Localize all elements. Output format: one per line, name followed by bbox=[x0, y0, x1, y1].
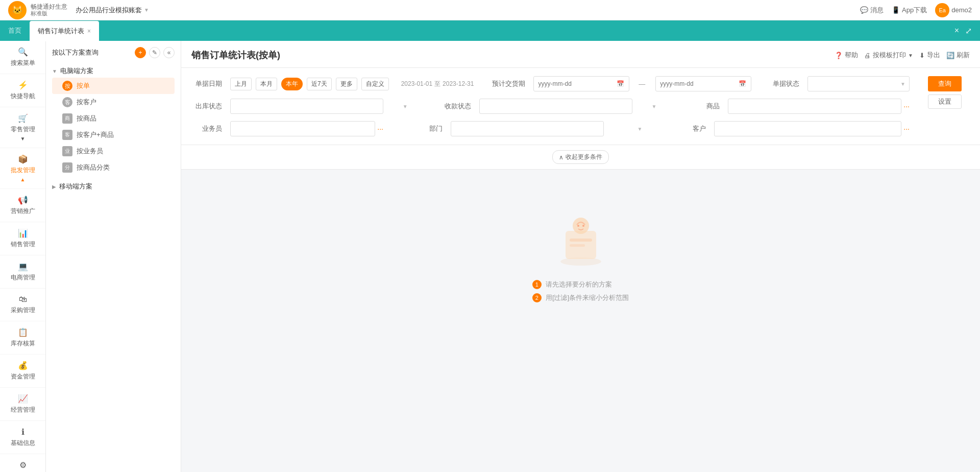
sidebar-item-ecommerce[interactable]: 💻 电商管理 bbox=[0, 255, 45, 289]
maximize-button[interactable]: ⤢ bbox=[965, 26, 972, 36]
page-selector[interactable]: 办公用品行业模拟账套 ▼ bbox=[71, 6, 153, 15]
sidebar-item-purchase[interactable]: 🛍 采购管理 bbox=[0, 289, 45, 321]
sidebar-item-finance[interactable]: 💰 资金管理 bbox=[0, 355, 45, 388]
sidebar-item-retail[interactable]: 🛒 零售管理 ▼ bbox=[0, 107, 45, 148]
scheme-section-mobile: ▶ 移动端方案 bbox=[52, 180, 175, 193]
content-area: 按以下方案查询 + ✎ « ▼ 电脑端方案 按 按单 客 按客 bbox=[46, 41, 980, 472]
chevron-right-icon: ▶ bbox=[52, 184, 56, 190]
sidebar-item-quicknav[interactable]: ⚡ 快捷导航 bbox=[0, 74, 45, 107]
purchase-icon: 🛍 bbox=[19, 295, 27, 304]
sidebar-item-inventory[interactable]: 📋 库存核算 bbox=[0, 321, 45, 355]
ship-status-label: 出库状态 bbox=[191, 102, 222, 111]
app-download-button[interactable]: 📱 App下载 bbox=[892, 6, 927, 15]
ship-status-dropdown-icon: ▼ bbox=[403, 104, 408, 109]
status-select[interactable] bbox=[807, 76, 910, 91]
scheme-item-by-customer[interactable]: 客 按客户 bbox=[52, 94, 175, 110]
user-avatar-button[interactable]: Ea demo2 bbox=[935, 3, 972, 17]
collapse-button[interactable]: ∧ 收起更多条件 bbox=[552, 150, 609, 164]
ship-status-select[interactable] bbox=[230, 99, 383, 114]
customer-input[interactable] bbox=[714, 121, 902, 136]
tab-close-icon[interactable]: × bbox=[87, 28, 91, 35]
refresh-button[interactable]: 🔄 刷新 bbox=[946, 51, 970, 60]
page-header: 销售订单统计表(按单) ❓ 帮助 🖨 按模板打印 ▼ ⬇ bbox=[181, 41, 980, 68]
svg-rect-3 bbox=[570, 244, 585, 247]
sidebar-item-system[interactable]: ⚙ 系统管理 bbox=[0, 454, 45, 472]
retail-icon: 🛒 bbox=[18, 113, 28, 123]
sidebar: 🔍 搜索菜单 ⚡ 快捷导航 🛒 零售管理 ▼ 📦 批发管理 ▲ 📢 营销推广 📊… bbox=[0, 41, 46, 472]
goods-input[interactable] bbox=[728, 99, 901, 114]
finance-icon: 💰 bbox=[18, 361, 28, 370]
expected-date-end-input[interactable] bbox=[655, 76, 751, 91]
topbar-right: 💬 消息 📱 App下载 Ea demo2 bbox=[860, 3, 972, 17]
print-button[interactable]: 🖨 按模板打印 ▼ bbox=[864, 51, 913, 60]
empty-illustration bbox=[550, 210, 611, 272]
sidebar-item-operations[interactable]: 📈 经营管理 bbox=[0, 388, 45, 421]
date-btn-this-month[interactable]: 本月 bbox=[256, 78, 277, 90]
query-button[interactable]: 查询 bbox=[928, 76, 962, 91]
sidebar-item-sales[interactable]: 📊 销售管理 bbox=[0, 222, 45, 255]
help-icon: ❓ bbox=[835, 52, 843, 59]
date-btn-last-month[interactable]: 上月 bbox=[230, 78, 252, 90]
empty-state: 1 请先选择要分析的方案 2 用[过滤]条件来缩小分析范围 bbox=[181, 170, 980, 343]
scheme-item-by-goods[interactable]: 商 按商品 bbox=[52, 110, 175, 127]
salesman-input[interactable] bbox=[230, 121, 375, 136]
help-button[interactable]: ❓ 帮助 bbox=[835, 51, 858, 60]
scheme-item-by-customer-goods[interactable]: 客 按客户+商品 bbox=[52, 127, 175, 143]
minimize-button[interactable]: × bbox=[954, 26, 959, 36]
avatar: Ea bbox=[935, 3, 949, 17]
scheme-item-by-order[interactable]: 按 按单 bbox=[52, 78, 175, 94]
sidebar-item-marketing[interactable]: 📢 营销推广 bbox=[0, 189, 45, 222]
left-panel-actions: + ✎ « bbox=[135, 47, 175, 58]
date-btn-this-year[interactable]: 本年 bbox=[281, 78, 303, 90]
scheme-icon-customer-goods: 客 bbox=[62, 130, 72, 140]
brand-name: 畅捷通好生意 标准版 bbox=[31, 3, 67, 17]
scheme-item-by-salesman[interactable]: 业 按业务员 bbox=[52, 143, 175, 159]
scheme-item-by-goods-category[interactable]: 分 按商品分类 bbox=[52, 159, 175, 176]
edit-scheme-button[interactable]: ✎ bbox=[149, 47, 160, 58]
page-header-actions: ❓ 帮助 🖨 按模板打印 ▼ ⬇ 导出 🔄 bbox=[835, 51, 970, 60]
dept-select[interactable] bbox=[451, 121, 604, 136]
customer-label: 客户 bbox=[675, 124, 706, 133]
filter-row-1: 单据日期 上月 本月 本年 近7天 更多 自定义 bbox=[191, 76, 910, 91]
dept-label: 部门 bbox=[412, 124, 443, 133]
ship-status-wrapper: ▼ bbox=[230, 99, 412, 114]
left-panel-title: 按以下方案查询 bbox=[52, 48, 99, 57]
dept-wrapper: ▼ bbox=[451, 121, 647, 136]
add-scheme-button[interactable]: + bbox=[135, 47, 146, 58]
date-btn-7days[interactable]: 近7天 bbox=[307, 78, 332, 90]
filter-section: 销售订单统计表(按单) ❓ 帮助 🖨 按模板打印 ▼ ⬇ bbox=[181, 41, 980, 170]
salesman-more-icon[interactable]: ··· bbox=[377, 125, 383, 133]
date-btn-custom[interactable]: 自定义 bbox=[361, 78, 389, 90]
base-info-icon: ℹ bbox=[21, 427, 24, 437]
settings-button[interactable]: 设置 bbox=[928, 95, 962, 109]
chevron-down-icon: ▼ bbox=[144, 7, 149, 13]
collect-status-select[interactable] bbox=[479, 99, 632, 114]
scheme-section-mobile-header[interactable]: ▶ 移动端方案 bbox=[52, 180, 175, 193]
scheme-icon-salesman: 业 bbox=[62, 146, 72, 156]
scheme-section-pc-header[interactable]: ▼ 电脑端方案 bbox=[52, 64, 175, 78]
salesman-label: 业务员 bbox=[191, 124, 222, 133]
message-button[interactable]: 💬 消息 bbox=[860, 6, 884, 15]
tab-home[interactable]: 首页 bbox=[0, 20, 30, 41]
wholesale-icon: 📦 bbox=[18, 154, 28, 164]
date-btn-more[interactable]: 更多 bbox=[336, 78, 357, 90]
btn-group-right: 查询 设置 bbox=[920, 76, 970, 117]
collapse-panel-button[interactable]: « bbox=[163, 47, 175, 58]
sales-icon: 📊 bbox=[18, 228, 28, 238]
scheme-icon-customer: 客 bbox=[62, 97, 72, 107]
collapse-bar: ∧ 收起更多条件 bbox=[181, 145, 980, 170]
topbar: 🐱 畅捷通好生意 标准版 办公用品行业模拟账套 ▼ 💬 消息 📱 App下载 E… bbox=[0, 0, 980, 20]
sidebar-item-wholesale[interactable]: 📦 批发管理 ▲ bbox=[0, 148, 45, 189]
goods-more-icon[interactable]: ··· bbox=[903, 102, 910, 110]
print-dropdown-icon: ▼ bbox=[908, 53, 913, 58]
tip-num-2: 2 bbox=[532, 293, 542, 302]
expected-date-end-wrapper: 📅 bbox=[655, 76, 750, 91]
customer-more-icon[interactable]: ··· bbox=[903, 125, 910, 133]
export-button[interactable]: ⬇ 导出 bbox=[919, 51, 940, 60]
expected-date-start-input[interactable] bbox=[533, 76, 629, 91]
goods-label: 商品 bbox=[689, 102, 720, 111]
tip-num-1: 1 bbox=[532, 280, 542, 289]
tab-sales-order-stats[interactable]: 销售订单统计表 × bbox=[30, 21, 99, 41]
sidebar-item-search[interactable]: 🔍 搜索菜单 bbox=[0, 41, 45, 74]
sidebar-item-base-info[interactable]: ℹ 基础信息 bbox=[0, 421, 45, 454]
